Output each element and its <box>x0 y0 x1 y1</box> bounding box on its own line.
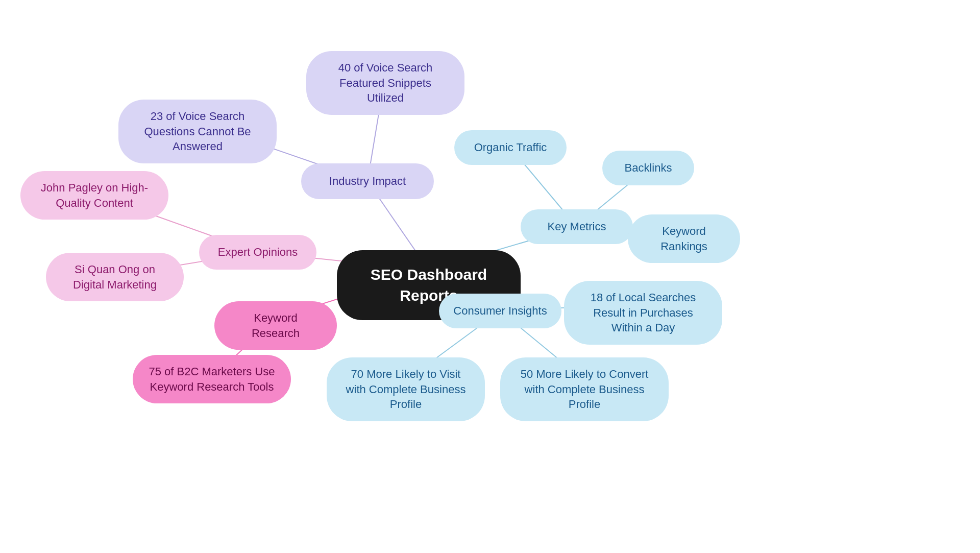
organic-traffic: Organic Traffic <box>454 130 567 165</box>
mind-map-canvas: SEO Dashboard ReportsIndustry Impact40 o… <box>0 0 980 553</box>
industry-impact: Industry Impact <box>301 163 434 199</box>
more-likely-visit: 70 More Likely to Visit with Complete Bu… <box>327 357 485 421</box>
key-metrics: Key Metrics <box>521 209 633 244</box>
voice-search-snippets: 40 of Voice Search Featured Snippets Uti… <box>306 51 464 115</box>
local-searches: 18 of Local Searches Result in Purchases… <box>564 281 722 345</box>
more-likely-convert: 50 More Likely to Convert with Complete … <box>500 357 669 421</box>
keyword-research: Keyword Research <box>214 301 337 350</box>
b2c-marketers: 75 of B2C Marketers Use Keyword Research… <box>133 355 291 403</box>
backlinks: Backlinks <box>602 151 694 185</box>
keyword-rankings: Keyword Rankings <box>628 214 740 263</box>
john-pagley: John Pagley on High-Quality Content <box>20 171 168 220</box>
si-quan: Si Quan Ong on Digital Marketing <box>46 253 184 301</box>
expert-opinions: Expert Opinions <box>199 235 316 270</box>
voice-search-questions: 23 of Voice Search Questions Cannot Be A… <box>118 100 277 163</box>
consumer-insights: Consumer Insights <box>439 294 561 328</box>
